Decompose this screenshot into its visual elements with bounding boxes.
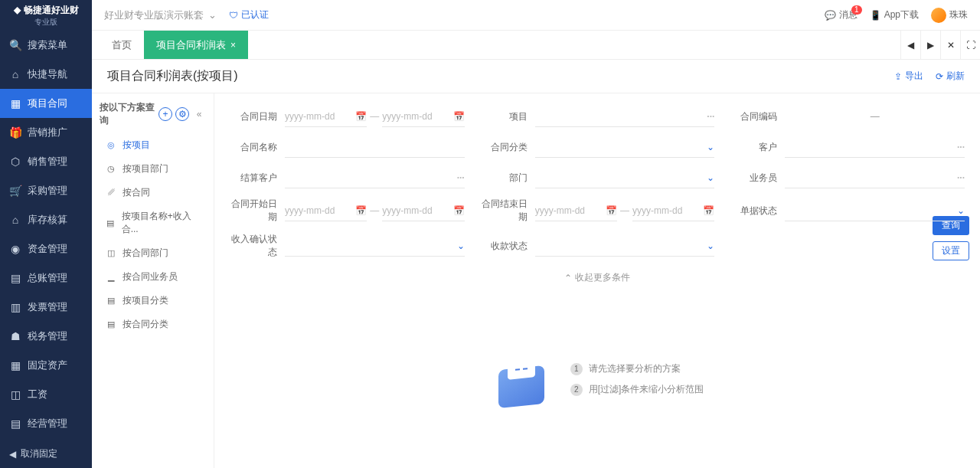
messages-badge: 1 <box>851 5 862 15</box>
tab-close-button[interactable]: × <box>230 40 236 51</box>
verified-badge: 🛡 已认证 <box>229 8 269 21</box>
end-date-to-input[interactable] <box>632 205 714 216</box>
more-icon[interactable]: ··· <box>707 111 714 122</box>
start-date-to-input[interactable] <box>382 205 464 216</box>
app-download-button[interactable]: 📱 App下载 <box>870 8 919 21</box>
tenant-selector[interactable]: 好业财专业版演示账套 ⌄ <box>104 8 217 22</box>
contract-code-value: — <box>785 111 965 122</box>
page-title: 项目合同利润表(按项目) <box>107 68 238 84</box>
nav-label: 资金管理 <box>28 242 67 256</box>
scheme-add-button[interactable]: + <box>158 107 172 121</box>
collect-status-select[interactable] <box>535 241 715 251</box>
more-icon[interactable]: ··· <box>457 172 465 183</box>
scheme-item-0[interactable]: ◎按项目 <box>92 133 214 157</box>
scheme-item-7[interactable]: ▤按合同分类 <box>92 313 214 336</box>
nav-item-6[interactable]: ⌂库存核算 <box>0 205 92 234</box>
scheme-item-label: 按项目分类 <box>122 294 168 307</box>
tab-profit-report[interactable]: 项目合同利润表 × <box>144 31 248 59</box>
step-2-text: 用[过滤]条件来缩小分析范围 <box>589 383 704 396</box>
collapse-conditions-button[interactable]: ⌃ 收起更多条件 <box>564 271 630 284</box>
sidebar-pin-toggle[interactable]: ◀ 取消固定 <box>0 440 92 468</box>
scheme-item-label: 按项目部门 <box>122 162 168 175</box>
nav-item-0[interactable]: 🔍搜索菜单 <box>0 31 92 60</box>
nav-label: 快捷导航 <box>28 67 67 81</box>
start-date-from-input[interactable] <box>285 205 367 216</box>
nav-item-4[interactable]: ⬡销售管理 <box>0 147 92 176</box>
more-icon[interactable]: ··· <box>957 172 965 183</box>
scheme-settings-button[interactable]: ⚙ <box>175 107 189 121</box>
bill-status-select[interactable] <box>785 205 965 216</box>
nav-item-7[interactable]: ◉资金管理 <box>0 234 92 263</box>
nav-item-5[interactable]: 🛒采购管理 <box>0 176 92 205</box>
tab-prev-button[interactable]: ◀ <box>900 31 920 60</box>
nav-item-1[interactable]: ⌂快捷导航 <box>0 60 92 89</box>
contract-category-select[interactable] <box>535 142 715 152</box>
nav-item-8[interactable]: ▤总账管理 <box>0 263 92 293</box>
chevron-down-icon[interactable]: ⌄ <box>457 241 465 251</box>
revenue-status-select[interactable] <box>285 241 465 251</box>
tab-next-button[interactable]: ▶ <box>920 31 940 60</box>
scheme-item-4[interactable]: ◫按合同部门 <box>92 241 214 265</box>
nav-icon: ⬡ <box>9 155 21 168</box>
export-button[interactable]: ⇪导出 <box>894 70 923 83</box>
chevron-down-icon[interactable]: ⌄ <box>707 172 714 183</box>
customer-input[interactable] <box>785 142 965 152</box>
contract-date-to-input[interactable] <box>382 111 464 122</box>
nav-item-3[interactable]: 🎁营销推广 <box>0 118 92 147</box>
salesperson-input[interactable] <box>785 172 965 183</box>
tab-fullscreen-button[interactable]: ⛶ <box>960 31 980 60</box>
calendar-icon[interactable]: 📅 <box>606 205 617 216</box>
step-1-text: 请先选择要分析的方案 <box>589 362 681 375</box>
nav-label: 库存核算 <box>28 213 67 227</box>
department-select[interactable] <box>535 172 715 183</box>
project-input[interactable] <box>535 111 715 122</box>
scheme-collapse-button[interactable]: « <box>192 107 206 121</box>
nav-item-12[interactable]: ◫工资 <box>0 380 92 409</box>
nav-label: 搜索菜单 <box>28 38 67 52</box>
scheme-item-5[interactable]: ▁按合同业务员 <box>92 265 214 289</box>
scheme-item-6[interactable]: ▤按项目分类 <box>92 289 214 313</box>
label-revenue-status: 收入确认状态 <box>230 233 285 259</box>
scheme-item-icon: ▤ <box>106 218 116 228</box>
nav-icon: ⌂ <box>9 214 21 226</box>
nav-label: 营销推广 <box>28 126 67 139</box>
refresh-button[interactable]: ⟳刷新 <box>936 70 965 83</box>
calendar-icon[interactable]: 📅 <box>703 205 714 216</box>
tab-close-all-button[interactable]: ✕ <box>940 31 960 60</box>
nav-item-13[interactable]: ▤经营管理 <box>0 409 92 438</box>
calendar-icon[interactable]: 📅 <box>453 205 465 216</box>
calendar-icon[interactable]: 📅 <box>453 111 465 122</box>
contract-name-input[interactable] <box>285 142 465 152</box>
nav-item-9[interactable]: ▥发票管理 <box>0 293 92 322</box>
titlebar: 项目合同利润表(按项目) ⇪导出 ⟳刷新 <box>92 60 980 93</box>
nav-item-2[interactable]: ▦项目合同 <box>0 89 92 118</box>
nav-label: 工资 <box>28 388 47 401</box>
chevron-down-icon[interactable]: ⌄ <box>707 142 714 152</box>
nav-icon: ▤ <box>9 417 21 430</box>
scheme-item-1[interactable]: ◷按项目部门 <box>92 157 214 181</box>
contract-date-from-input[interactable] <box>285 111 367 122</box>
scheme-item-2[interactable]: ␥按合同 <box>92 181 214 205</box>
settings-button[interactable]: 设置 <box>933 241 969 260</box>
calendar-icon[interactable]: 📅 <box>355 111 367 122</box>
scheme-item-label: 按合同业务员 <box>122 270 178 283</box>
chevron-down-icon[interactable]: ⌄ <box>707 241 714 251</box>
nav-label: 税务管理 <box>28 329 67 343</box>
messages-button[interactable]: 💬 消息 1 <box>825 8 858 21</box>
tenant-name: 好业财专业版演示账套 <box>104 8 204 22</box>
verified-label: 已认证 <box>241 8 269 21</box>
chevron-down-icon[interactable]: ⌄ <box>957 205 965 216</box>
pin-icon: ◀ <box>9 449 16 460</box>
more-icon[interactable]: ··· <box>957 142 965 152</box>
settle-customer-input[interactable] <box>285 172 465 183</box>
nav-item-10[interactable]: ☗税务管理 <box>0 322 92 351</box>
tab-home[interactable]: 首页 <box>100 31 144 59</box>
avatar <box>931 8 946 23</box>
scheme-item-3[interactable]: ▤按项目名称+收入合... <box>92 205 214 241</box>
export-label: 导出 <box>905 70 923 83</box>
calendar-icon[interactable]: 📅 <box>355 205 367 216</box>
end-date-from-input[interactable] <box>535 205 617 216</box>
user-menu[interactable]: 珠珠 <box>931 8 968 23</box>
nav-item-11[interactable]: ▦固定资产 <box>0 351 92 380</box>
nav-icon: ⌂ <box>9 68 21 80</box>
